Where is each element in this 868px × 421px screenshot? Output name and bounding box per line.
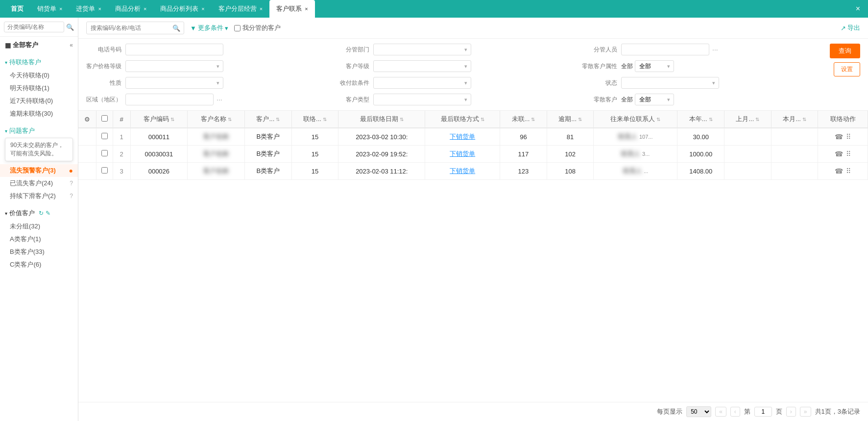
close-customer-layer-tab[interactable]: × [260,6,263,12]
close-goods-analysis-tab[interactable]: × [144,6,146,12]
close-purchase-tab[interactable]: × [98,6,101,12]
filter-person-dots[interactable]: ··· [709,46,721,53]
query-button[interactable]: 查询 [830,44,860,58]
filter-search-input[interactable] [86,22,184,34]
sidebar-group-churn-title[interactable]: ▾ 问题客户 [0,124,78,138]
year-sort-icon[interactable]: ⇅ [709,117,713,122]
sidebar-search-input[interactable] [4,22,64,32]
filter-customer-level-select[interactable] [373,60,471,72]
sidebar-root-label-wrap[interactable]: ▦ 全部客户 [5,41,38,50]
contacts-sort-icon[interactable]: ⇅ [323,117,327,122]
filter-more-btn[interactable]: ▼ 更多条件 ▾ [190,24,228,32]
filter-customer-type-select[interactable] [373,94,471,105]
last-page-btn[interactable]: » [800,407,811,417]
tab-purchase[interactable]: 进货单 × [69,0,108,18]
prev-page-btn[interactable]: ‹ [730,407,740,417]
row2-contact-icon[interactable]: ☎ [835,150,843,158]
col-this-month-header[interactable]: 本月...⇅ [771,111,818,128]
first-page-btn[interactable]: « [715,407,726,417]
filter-region-dots[interactable]: ··· [214,96,225,103]
method-sort-icon[interactable]: ⇅ [481,117,484,122]
code-sort-icon[interactable]: ⇅ [170,117,174,122]
type-sort-icon[interactable]: ⇅ [276,117,280,122]
sidebar-item-overdue-pending[interactable]: 逾期未联络(30) [0,107,78,120]
last-month-sort-icon[interactable]: ⇅ [755,117,759,122]
row3-method-link[interactable]: 下销货单 [450,167,475,174]
col-uncontacted-header[interactable]: 未联...⇅ [500,111,547,128]
filter-search-icon[interactable]: 🔍 [172,25,180,32]
tab-customer-layer[interactable]: 客户分层经营 × [212,0,269,18]
row3-more-icon[interactable]: ⠿ [846,167,851,175]
col-type-header[interactable]: 客户...⇅ [245,111,292,128]
col-unit-contact-header[interactable]: 往来单位联系人⇅ [594,111,677,128]
col-this-year-header[interactable]: 本年...⇅ [677,111,724,128]
row1-select[interactable] [101,133,108,139]
row3-select[interactable] [101,167,108,173]
row2-last-contact-method[interactable]: 下销货单 [425,146,500,163]
filter-price-level-select[interactable] [125,60,223,72]
close-goods-list-tab[interactable]: × [201,6,204,12]
tab-goods-list[interactable]: 商品分析列表 × [153,0,211,18]
row3-last-contact-method[interactable]: 下销货单 [425,163,500,180]
export-btn[interactable]: ↗ 导出 [841,24,860,32]
row1-checkbox[interactable] [96,128,113,146]
sidebar-item-b-class[interactable]: B类客户(33) [0,246,78,258]
tab-customer-contact[interactable]: 客户联系 × [269,0,314,18]
row3-contact-icon[interactable]: ☎ [835,167,843,175]
sidebar-group-pending-title[interactable]: ▾ 待联络客户 [0,55,78,69]
unit-sort-icon[interactable]: ⇅ [656,117,660,122]
my-customers-filter[interactable]: 我分管的客户 [234,24,281,32]
select-all-checkbox[interactable] [101,115,108,122]
this-month-sort-icon[interactable]: ⇅ [802,117,806,122]
filter-region-input[interactable] [125,94,214,105]
filter-nature-select[interactable] [125,77,223,89]
col-last-contact-date-header[interactable]: 最后联络日期⇅ [338,111,425,128]
my-customers-checkbox[interactable] [234,25,241,31]
filter-payment-select[interactable] [373,77,471,89]
col-last-contact-method-header[interactable]: 最后联络方式⇅ [425,111,500,128]
sidebar-item-tomorrow-pending[interactable]: 明天待联络(1) [0,82,78,95]
col-code-header[interactable]: 客户编码⇅ [130,111,188,128]
name-sort-icon[interactable]: ⇅ [228,117,232,122]
settings-button[interactable]: 设置 [834,62,860,76]
row1-more-icon[interactable]: ⠿ [846,133,851,141]
sidebar-item-today-pending[interactable]: 今天待联络(0) [0,69,78,82]
sidebar-item-declining[interactable]: 持续下滑客户(2) ? [0,190,78,202]
sidebar-item-ungroup[interactable]: 未分组(32) [0,220,78,233]
row1-method-link[interactable]: 下销货单 [450,133,475,140]
value-refresh-icon[interactable]: ↻ [39,210,44,217]
row2-method-link[interactable]: 下销货单 [450,150,475,157]
col-contacts-header[interactable]: 联络...⇅ [291,111,338,128]
sidebar-item-a-class[interactable]: A类客户(1) [0,233,78,246]
col-checkbox-header[interactable] [96,111,113,128]
filter-dept-select[interactable] [373,44,471,55]
close-customer-contact-tab[interactable]: × [305,6,308,12]
col-last-month-header[interactable]: 上月...⇅ [724,111,772,128]
sidebar-item-churn-warning[interactable]: 流失预警客户(3) ● [0,164,78,177]
value-edit-icon[interactable]: ✎ [46,210,50,217]
tab-sales[interactable]: 销货单 × [30,0,69,18]
sidebar-group-value-title[interactable]: ▾ 价值客户 ↻ ✎ [0,206,78,220]
row2-checkbox[interactable] [96,146,113,163]
next-page-btn[interactable]: › [786,407,796,417]
date-sort-icon[interactable]: ⇅ [400,117,404,122]
sidebar-collapse-btn[interactable]: « [70,42,73,49]
row1-contact-icon[interactable]: ☎ [835,133,843,141]
filter-person-input[interactable] [621,44,709,55]
uncontacted-sort-icon[interactable]: ⇅ [531,117,535,122]
col-overdue-header[interactable]: 逾期...⇅ [547,111,594,128]
close-all-tabs[interactable]: × [852,4,864,13]
page-input[interactable] [754,407,772,417]
sidebar-search-icon[interactable]: 🔍 [66,24,74,31]
row2-more-icon[interactable]: ⠿ [846,150,851,158]
filter-retail-attr-select[interactable]: 全部 [635,60,674,72]
settings-icon[interactable]: ⚙ [84,116,90,123]
tab-home[interactable]: 首页 [4,0,30,18]
per-page-select[interactable]: 50 20 100 [686,406,711,417]
filter-phone-input[interactable] [125,44,223,55]
sidebar-item-week-pending[interactable]: 近7天待联络(0) [0,95,78,107]
tab-goods-analysis[interactable]: 商品分析 × [108,0,153,18]
col-name-header[interactable]: 客户名称⇅ [188,111,245,128]
row3-checkbox[interactable] [96,163,113,180]
filter-retail-customer-select[interactable]: 全部 [635,94,674,105]
